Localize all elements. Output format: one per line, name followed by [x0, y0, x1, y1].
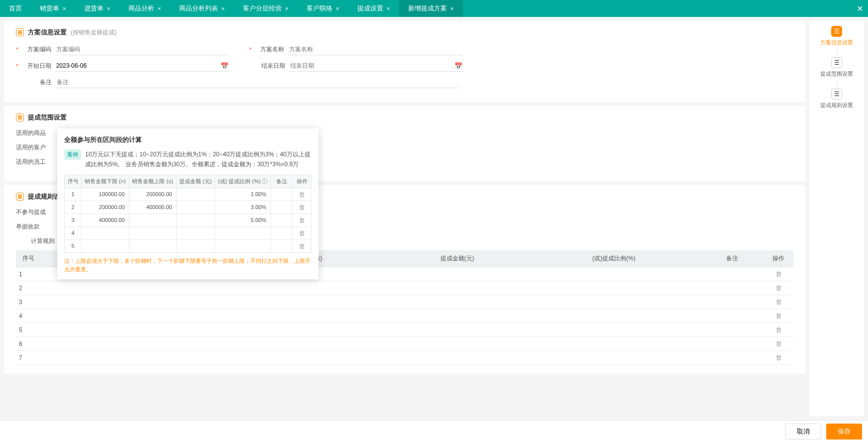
- close-icon[interactable]: ✕: [285, 6, 289, 11]
- table-row: 3400000.005.00%🗑: [65, 214, 312, 226]
- no-commission-label: 不参与提成: [16, 208, 55, 217]
- tab-sales[interactable]: 销货单✕: [31, 0, 75, 17]
- tab-prod-analysis[interactable]: 商品分析✕: [119, 0, 170, 17]
- anchor-rules[interactable]: ☰ 提成规则设置: [820, 89, 853, 109]
- delete-icon[interactable]: 🗑: [775, 298, 782, 306]
- scope-customer: 适用的客户: [16, 143, 55, 152]
- close-icon[interactable]: ✕: [221, 6, 225, 11]
- tab-new-commission[interactable]: 新增提成方案✕: [399, 0, 463, 17]
- end-label: 结束日期: [254, 62, 285, 70]
- tab-customer-contact[interactable]: 客户联络✕: [298, 0, 348, 17]
- section-plan-info: 方案信息设置 (按销售金额提成) * 方案编码 * 方案名称 * 开始日期: [4, 21, 805, 102]
- section-subtitle: (按销售金额提成): [71, 28, 116, 37]
- anchor-plan-info[interactable]: ☰ 方案信息设置: [820, 26, 853, 46]
- table-row[interactable]: 5🗑: [16, 323, 793, 337]
- end-date-input[interactable]: [289, 60, 463, 72]
- close-icon[interactable]: ✕: [450, 6, 454, 11]
- code-label: 方案编码: [20, 45, 51, 54]
- delete-icon[interactable]: 🗑: [299, 204, 305, 211]
- delete-icon[interactable]: 🗑: [775, 326, 782, 333]
- table-row: 1100000.00200000.001.00%🗑: [65, 188, 312, 201]
- delete-icon[interactable]: 🗑: [775, 354, 782, 361]
- anchor-icon: ☰: [831, 26, 842, 37]
- popover-title: 全额参与所在区间段的计算: [64, 135, 312, 144]
- close-icon[interactable]: ✕: [335, 6, 339, 11]
- delete-icon[interactable]: 🗑: [775, 340, 782, 347]
- remark-label: 备注: [21, 78, 52, 87]
- scope-staff: 适用的员工: [16, 158, 55, 166]
- table-row: 2200000.00400000.003.00%🗑: [65, 201, 312, 214]
- tab-commission[interactable]: 提成设置✕: [348, 0, 399, 17]
- anchor-scope[interactable]: ☰ 提成范围设置: [820, 57, 853, 78]
- example-tag: 案例: [64, 149, 81, 160]
- tab-home[interactable]: 首页: [0, 0, 31, 17]
- code-input[interactable]: [55, 44, 229, 55]
- section-icon: [16, 28, 24, 36]
- table-row[interactable]: 7🗑: [16, 351, 793, 365]
- close-icon[interactable]: ✕: [386, 6, 390, 11]
- delete-icon[interactable]: 🗑: [299, 217, 305, 224]
- section-title: 方案信息设置: [28, 28, 67, 37]
- close-all-tabs[interactable]: ✕: [851, 0, 868, 17]
- table-row[interactable]: 6🗑: [16, 337, 793, 351]
- table-row[interactable]: 4🗑: [16, 309, 793, 323]
- close-icon[interactable]: ✕: [62, 6, 66, 11]
- table-row: 4🗑: [65, 226, 312, 239]
- tab-customer-tier[interactable]: 客户分层经营✕: [234, 0, 298, 17]
- table-row[interactable]: 2🗑: [16, 281, 793, 295]
- example-table: 序号 销售金额下限 (>) 销售金额上限 (≤) 提成金额 (元) (或) 提成…: [64, 175, 312, 253]
- table-row: 5🗑: [65, 239, 312, 252]
- delete-icon[interactable]: 🗑: [299, 229, 305, 237]
- close-icon[interactable]: ✕: [107, 6, 110, 11]
- delete-icon[interactable]: 🗑: [299, 242, 305, 250]
- single-receipt-label: 单据收款: [16, 222, 55, 231]
- table-row[interactable]: 3🗑: [16, 295, 793, 309]
- tooltip-popover: 全额参与所在区间段的计算 案例 10万元以下无提成；10~20万元提成比例为1%…: [57, 128, 319, 279]
- anchor-icon: ☰: [831, 89, 842, 100]
- tab-purchase[interactable]: 进货单✕: [75, 0, 119, 17]
- remark-input[interactable]: [56, 77, 459, 88]
- scope-product: 适用的商品: [16, 129, 55, 137]
- tab-bar: 首页 销货单✕ 进货单✕ 商品分析✕ 商品分析列表✕ 客户分层经营✕ 客户联络✕…: [0, 0, 868, 17]
- start-label: 开始日期: [20, 62, 51, 70]
- delete-icon[interactable]: 🗑: [775, 284, 782, 292]
- delete-icon[interactable]: 🗑: [775, 312, 782, 320]
- name-input[interactable]: [288, 44, 462, 55]
- section-icon: [16, 193, 24, 201]
- anchor-nav: ☰ 方案信息设置 ☰ 提成范围设置 ☰ 提成规则设置: [809, 21, 864, 416]
- section-title: 提成范围设置: [28, 113, 67, 122]
- start-date-input[interactable]: [55, 60, 229, 72]
- name-label: 方案名称: [253, 45, 284, 54]
- anchor-icon: ☰: [831, 57, 842, 68]
- delete-icon[interactable]: 🗑: [299, 191, 305, 198]
- close-icon[interactable]: ✕: [157, 6, 161, 11]
- tab-prod-list[interactable]: 商品分析列表✕: [170, 0, 234, 17]
- section-icon: [16, 113, 24, 121]
- info-icon: i: [262, 179, 267, 184]
- calc-rule-label: 计算规则: [16, 237, 55, 245]
- popover-desc: 10万元以下无提成；10~20万元提成比例为1%；20~40万提成比例为3%；4…: [85, 149, 312, 170]
- popover-note: 注：上限必须大于下限；多个阶梯时，下一个阶梯下限要等于前一阶梯上限；不同行之间下…: [64, 257, 312, 274]
- delete-icon[interactable]: 🗑: [775, 270, 782, 278]
